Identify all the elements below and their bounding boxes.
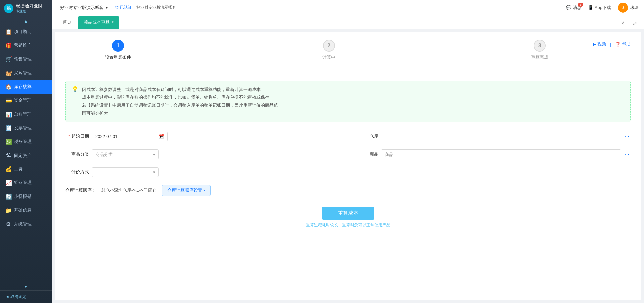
warehouse-dots-button[interactable]: ···	[624, 132, 631, 141]
pricing-select-wrapper	[92, 167, 159, 177]
pricing-select[interactable]	[92, 167, 159, 177]
category-select[interactable]: 商品分类	[92, 149, 159, 159]
sidebar-item-system[interactable]: ⚙系统管理	[0, 217, 52, 231]
sidebar-item-label: 系统管理	[14, 221, 32, 227]
product-input[interactable]	[381, 150, 621, 159]
sidebar-item-operations[interactable]: 📈经营管理	[0, 176, 52, 190]
sidebar-item-invoice[interactable]: 🧾发票管理	[0, 121, 52, 135]
app-download-button[interactable]: 📱 App下载	[588, 5, 611, 11]
form-row-3: 计价方式	[65, 167, 631, 177]
sidebar-item-label: 销售管理	[14, 56, 32, 62]
sidebar-item-label: 项目顾问	[14, 29, 32, 35]
category-field: 商品分类 商品分类	[65, 149, 341, 159]
warehouse-order-settings-button[interactable]: 仓库计算顺序设置 ›	[162, 185, 211, 196]
submit-note: 重算过程耗时较长，重算时您可以正常使用产品	[65, 222, 631, 228]
sidebar-item-marketing[interactable]: 🎁营销推广	[0, 39, 52, 52]
category-label: 商品分类	[65, 151, 89, 157]
sidebar-item-project[interactable]: 📋项目顾问	[0, 25, 52, 39]
sidebar-item-label: 库存核算	[14, 84, 32, 90]
finance-icon: 💳	[5, 97, 11, 104]
user-name: 珠珠	[630, 5, 639, 11]
chevron-down-icon: ▾	[106, 5, 108, 10]
sidebar-item-label: 基础信息	[14, 207, 32, 213]
shield-icon: 🛡	[115, 5, 119, 10]
sidebar-item-label: 经营管理	[14, 180, 32, 186]
user-avatar: 珠	[618, 3, 628, 13]
form-row-2: 商品分类 商品分类 商品 ···	[65, 149, 631, 159]
warehouse-field: 仓库 ···	[355, 132, 631, 141]
sidebar-item-expense[interactable]: 🔄小畅报销	[0, 190, 52, 204]
top-header: 好业财专业版演示帐套 ▾ 🛡 已认证 好业财专业版演示帐套 💬 消息 1 📱 A…	[52, 0, 644, 15]
sidebar-item-accounting[interactable]: 📊总账管理	[0, 107, 52, 121]
sidebar-item-finance[interactable]: 💳资金管理	[0, 94, 52, 107]
sidebar-item-label: 工资	[14, 166, 23, 172]
messages-button[interactable]: 💬 消息 1	[566, 5, 581, 11]
logo-icon: 畅	[4, 4, 13, 13]
close-window-button[interactable]: ×	[619, 19, 627, 27]
sidebar-item-payroll[interactable]: 💰工资	[0, 162, 52, 176]
video-help-link[interactable]: ▶ 视频	[593, 41, 606, 47]
sidebar-logo: 畅 畅捷通好业财 专业版	[0, 0, 52, 17]
content-area: 1 设置重算条件 2 计算中 3 重算	[55, 32, 641, 300]
sidebar-scroll-up[interactable]: ▲	[0, 17, 52, 25]
logo-text: 畅捷通好业财 专业版	[16, 3, 42, 14]
header-right: 💬 消息 1 📱 App下载 珠 珠珠	[566, 3, 639, 13]
bulb-icon: 💡	[72, 86, 78, 117]
submit-area: 重算成本 重算过程耗时较长，重算时您可以正常使用产品	[65, 207, 631, 228]
warehouse-input[interactable]	[381, 132, 621, 141]
doc-help-link[interactable]: ❓ 帮助	[615, 41, 631, 47]
assets-icon: 🏗	[5, 153, 11, 159]
category-select-wrapper: 商品分类	[92, 149, 159, 159]
sidebar-item-purchase[interactable]: 🧺采购管理	[0, 66, 52, 80]
product-field: 商品 ···	[355, 149, 631, 159]
sidebar-item-assets[interactable]: 🏗固定资产	[0, 149, 52, 162]
payroll-icon: 💰	[5, 166, 11, 172]
tab-close-icon[interactable]: ×	[112, 20, 114, 25]
inventory-icon: 🏠	[5, 84, 11, 90]
step-2: 2 计算中	[276, 40, 382, 60]
start-date-input-wrapper: 📅	[92, 132, 168, 141]
account-selector[interactable]: 好业财专业版演示帐套 ▾	[57, 3, 111, 12]
tax-icon: 💹	[5, 139, 11, 145]
calendar-icon[interactable]: 📅	[155, 134, 167, 139]
sidebar-item-label: 税务管理	[14, 139, 32, 145]
product-dots-button[interactable]: ···	[624, 150, 631, 159]
start-date-label: 起始日期	[65, 133, 89, 139]
recalculate-button[interactable]: 重算成本	[322, 207, 374, 220]
project-icon: 📋	[5, 29, 11, 35]
account-name: 好业财专业版演示帐套	[136, 5, 176, 10]
expand-button[interactable]: ⤢	[631, 19, 639, 27]
user-avatar-area[interactable]: 珠 珠珠	[618, 3, 639, 13]
start-date-input[interactable]	[92, 132, 155, 141]
sidebar-item-basic[interactable]: 📁基础信息	[0, 204, 52, 217]
step-2-label: 计算中	[322, 54, 335, 60]
sales-icon: 🛒	[5, 56, 11, 62]
sidebar-item-inventory[interactable]: 🏠库存核算	[0, 80, 52, 94]
sidebar-item-label: 采购管理	[14, 70, 32, 76]
step-1-circle: 1	[112, 40, 124, 52]
warehouse-order-label: 仓库计算顺序：	[65, 187, 96, 193]
verified-badge: 🛡 已认证	[115, 5, 132, 10]
notification-badge: 1	[578, 3, 583, 7]
step-1: 1 设置重算条件	[65, 40, 171, 60]
tab-home[interactable]: 首页	[57, 16, 77, 29]
tabs-bar: 首页 商品成本重算 × × ⤢	[52, 15, 644, 29]
step-3: 3 重算完成	[487, 40, 592, 60]
sidebar-item-sales[interactable]: 🛒销售管理	[0, 52, 52, 66]
tab-cost-recalc[interactable]: 商品成本重算 ×	[78, 16, 119, 29]
sidebar-item-label: 固定资产	[14, 153, 32, 159]
sidebar-item-tax[interactable]: 💹税务管理	[0, 135, 52, 149]
help-icon: ❓	[615, 42, 621, 47]
warehouse-order-row: 仓库计算顺序： 总仓->深圳仓库->...->门店仓 仓库计算顺序设置 ›	[65, 185, 631, 196]
sidebar-unpin-button[interactable]: ◄ 取消固定	[0, 290, 52, 303]
accounting-icon: 📊	[5, 111, 11, 118]
system-icon: ⚙	[5, 221, 11, 227]
step-3-circle: 3	[534, 40, 546, 52]
product-input-wrapper	[381, 149, 621, 159]
purchase-icon: 🧺	[5, 70, 11, 76]
sidebar-scroll-down[interactable]: ▼	[0, 283, 52, 290]
step-3-label: 重算完成	[531, 54, 548, 60]
warehouse-order-value: 总仓->深圳仓库->...->门店仓	[101, 187, 156, 193]
main-area: 好业财专业版演示帐套 ▾ 🛡 已认证 好业财专业版演示帐套 💬 消息 1 📱 A…	[52, 0, 644, 303]
sidebar-item-label: 营销推广	[14, 42, 32, 48]
